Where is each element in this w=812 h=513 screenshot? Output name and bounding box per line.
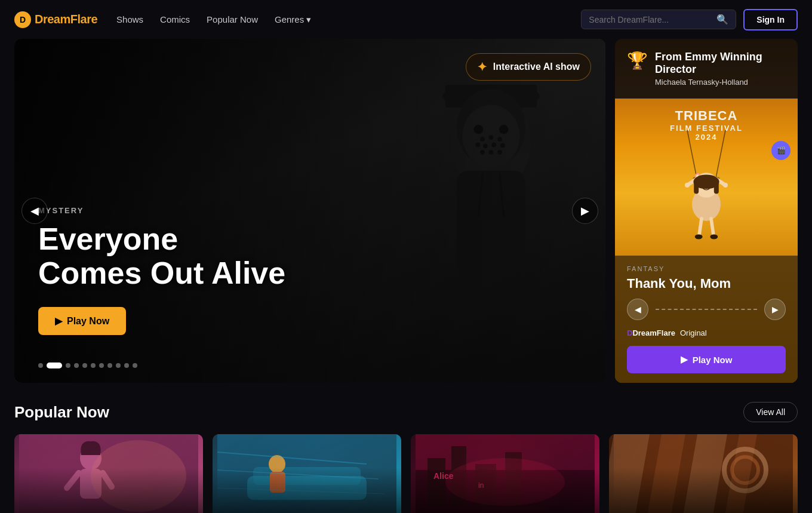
carousel-progress: [656, 309, 757, 310]
brand-name: DreamFlare: [35, 13, 97, 26]
popular-card-3[interactable]: Alice in: [411, 434, 599, 513]
festival-badge: TRIBECA FILM FESTIVAL 2024: [661, 108, 752, 142]
dot-6[interactable]: [91, 363, 96, 368]
svg-rect-40: [694, 182, 699, 193]
popular-section-title: Popular Now: [14, 403, 109, 422]
play-icon: ▶: [55, 315, 62, 327]
svg-line-35: [699, 219, 702, 235]
search-icon[interactable]: 🔍: [716, 14, 728, 25]
navbar-left: D DreamFlare Shows Comics Popular Now Ge…: [14, 11, 311, 28]
hero-title-line2: Comes Out Alive: [38, 256, 285, 290]
festival-sub: FILM FESTIVAL 2024: [661, 124, 752, 142]
carousel-prev-button[interactable]: ◀: [627, 299, 648, 320]
popular-section: Popular Now View All: [0, 383, 812, 513]
carousel-next-button[interactable]: ▶: [764, 299, 786, 320]
popular-card-1[interactable]: [14, 434, 203, 513]
ai-badge-label: Interactive AI show: [493, 62, 580, 72]
df-brand-text: DreamFlare: [632, 328, 675, 337]
logo-icon: D: [14, 11, 31, 28]
side-poster: TRIBECA FILM FESTIVAL 2024: [615, 99, 798, 256]
nav-popular-now[interactable]: Popular Now: [207, 14, 258, 24]
popular-card-4[interactable]: [609, 434, 798, 513]
side-card: 🏆 From Emmy Winning Director Michaela Te…: [615, 39, 798, 383]
dot-1[interactable]: [38, 363, 43, 368]
side-card-footer: FANTASY Thank You, Mom ◀ ▶ DDreamFlare O…: [615, 256, 798, 383]
search-bar[interactable]: 🔍: [581, 10, 736, 29]
hero-play-button[interactable]: ▶ Play Now: [38, 307, 126, 335]
svg-point-37: [695, 234, 703, 239]
hero-section: ✦ Interactive AI show MYSTERY Everyone C…: [0, 39, 812, 383]
chevron-down-icon: ▾: [306, 14, 311, 25]
svg-line-36: [711, 219, 713, 235]
dot-11[interactable]: [133, 363, 137, 368]
card-3-overlay: [411, 468, 599, 513]
dot-10[interactable]: [124, 363, 129, 368]
carousel-controls: ◀ ▶: [627, 299, 786, 320]
hero-title: Everyone Comes Out Alive: [38, 222, 285, 290]
dot-5[interactable]: [82, 363, 87, 368]
popular-cards-row: Alice in: [14, 434, 798, 513]
nav-shows[interactable]: Shows: [116, 14, 143, 24]
sign-in-button[interactable]: Sign In: [743, 9, 798, 30]
side-card-header: 🏆 From Emmy Winning Director Michaela Te…: [615, 39, 798, 99]
dot-4[interactable]: [74, 363, 79, 368]
director-name: Michaela Ternasky-Holland: [655, 78, 786, 87]
badge-icon: 🎬: [777, 146, 786, 155]
df-brand-name: DDreamFlare: [627, 328, 675, 337]
sparkle-icon: ✦: [477, 60, 487, 74]
navbar-right: 🔍 Sign In: [581, 9, 798, 30]
card-1-overlay: [14, 468, 203, 513]
side-title: Thank You, Mom: [627, 276, 786, 291]
hero-dots: [38, 363, 137, 368]
hero-genre: MYSTERY: [38, 206, 285, 215]
poster-illustration: [659, 127, 754, 256]
side-play-button[interactable]: ▶ Play Now: [627, 346, 786, 373]
side-play-label: Play Now: [693, 355, 733, 365]
nav-genres-label: Genres: [275, 14, 304, 24]
director-prefix: From Emmy Winning Director: [655, 51, 786, 76]
dot-7[interactable]: [99, 363, 104, 368]
hero-arrow-right[interactable]: ▶: [572, 198, 598, 224]
side-play-icon: ▶: [681, 354, 688, 365]
dot-9[interactable]: [116, 363, 121, 368]
svg-point-33: [685, 183, 690, 188]
logo[interactable]: D DreamFlare: [14, 11, 97, 28]
card-2-overlay: [213, 468, 401, 513]
hero-title-line1: Everyone: [38, 222, 178, 256]
dreamflare-original-badge: DDreamFlare Original: [627, 328, 786, 337]
df-logo-d: D: [627, 328, 632, 337]
hero-content: MYSTERY Everyone Comes Out Alive ▶ Play …: [38, 206, 285, 335]
navbar: D DreamFlare Shows Comics Popular Now Ge…: [0, 0, 812, 39]
view-all-button[interactable]: View All: [743, 402, 798, 422]
ai-badge: ✦ Interactive AI show: [466, 53, 591, 81]
hero-arrow-left[interactable]: ◀: [21, 198, 48, 224]
nav-links: Shows Comics Popular Now Genres ▾: [116, 14, 311, 25]
df-original-text: Original: [680, 328, 707, 337]
svg-point-34: [723, 183, 728, 188]
brand-name-text: DreamFlare: [35, 13, 97, 26]
card-4-overlay: [609, 468, 798, 513]
director-info: From Emmy Winning Director Michaela Tern…: [655, 51, 786, 87]
award-icon: 🏆: [627, 51, 648, 70]
dot-3[interactable]: [66, 363, 70, 368]
svg-rect-41: [714, 182, 719, 193]
hero-main: ✦ Interactive AI show MYSTERY Everyone C…: [14, 39, 605, 383]
hero-play-label: Play Now: [67, 316, 109, 327]
popular-card-2[interactable]: [213, 434, 401, 513]
dot-8[interactable]: [107, 363, 112, 368]
side-genre: FANTASY: [627, 265, 786, 272]
svg-point-38: [710, 234, 718, 239]
nav-genres[interactable]: Genres ▾: [275, 14, 311, 25]
festival-name: TRIBECA: [661, 108, 752, 124]
section-header: Popular Now View All: [14, 402, 798, 422]
dot-2[interactable]: [47, 363, 62, 368]
dreamflare-badge-icon: 🎬: [771, 141, 791, 160]
nav-comics[interactable]: Comics: [160, 14, 190, 24]
search-input[interactable]: [589, 15, 712, 24]
